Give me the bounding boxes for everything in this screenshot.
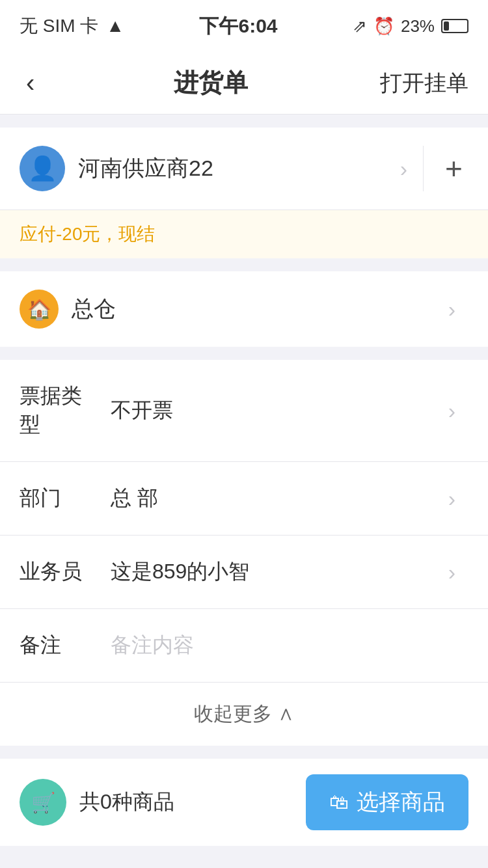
cart-icon: 🛒 (31, 791, 55, 814)
carrier-text: 无 SIM 卡 (20, 14, 98, 38)
collapse-button[interactable]: 收起更多 ∧ (0, 682, 488, 746)
battery-icon (441, 19, 468, 33)
add-supplier-button[interactable]: + (423, 146, 468, 191)
invoice-value: 不开票 (98, 396, 448, 425)
select-product-button[interactable]: 🛍 选择商品 (306, 774, 468, 830)
status-right: ⇗ ⏰ 23% (353, 16, 468, 36)
warehouse-row[interactable]: 🏠 总仓 › (0, 271, 488, 347)
product-count-text: 共0种商品 (79, 788, 306, 817)
invoice-type-row[interactable]: 票据类型 不开票 › (0, 360, 488, 462)
select-product-icon: 🛍 (329, 791, 349, 813)
department-value: 总 部 (98, 484, 448, 513)
supplier-section: 👤 河南供应商22 › + 应付-20元，现结 (0, 128, 488, 258)
sales-row[interactable]: 业务员 这是859的小智 › (0, 536, 488, 609)
department-label: 部门 (20, 484, 98, 513)
person-icon: 👤 (28, 155, 57, 182)
wifi-icon: ▲ (106, 16, 124, 36)
gap-3 (0, 347, 488, 360)
warehouse-icon: 🏠 (20, 290, 59, 329)
select-product-label: 选择商品 (357, 787, 445, 817)
sales-chevron-icon: › (448, 560, 455, 585)
nav-bar: ‹ 进货单 打开挂单 (0, 52, 488, 115)
product-icon: 🛒 (20, 779, 66, 826)
invoice-chevron-icon: › (448, 398, 455, 424)
remark-label: 备注 (20, 631, 98, 660)
gap-1 (0, 115, 488, 128)
content-area: 👤 河南供应商22 › + 应付-20元，现结 🏠 总仓 › 票据类型 不开票 (0, 115, 488, 846)
notice-bar: 应付-20元，现结 (0, 210, 488, 258)
department-chevron-icon: › (448, 486, 455, 511)
department-row[interactable]: 部门 总 部 › (0, 462, 488, 536)
chevron-right-icon: › (400, 156, 407, 182)
page-title: 进货单 (174, 66, 248, 100)
alarm-icon: ⏰ (373, 16, 394, 36)
warehouse-name: 总仓 (72, 294, 448, 324)
time-display: 下午6:04 (199, 13, 277, 40)
sales-label: 业务员 (20, 558, 98, 586)
form-section: 票据类型 不开票 › 部门 总 部 › 业务员 这是859的小智 › 备注 备注… (0, 360, 488, 746)
status-left: 无 SIM 卡 ▲ (20, 14, 124, 38)
collapse-label: 收起更多 ∧ (194, 701, 293, 727)
supplier-name: 河南供应商22 (78, 154, 400, 183)
open-pending-button[interactable]: 打开挂单 (380, 68, 468, 98)
bottom-section: 🛒 共0种商品 🛍 选择商品 (0, 759, 488, 846)
home-icon: 🏠 (27, 298, 51, 321)
warehouse-section: 🏠 总仓 › (0, 271, 488, 347)
battery-percent: 23% (401, 16, 435, 36)
warehouse-chevron-icon: › (448, 297, 455, 322)
status-bar: 无 SIM 卡 ▲ 下午6:04 ⇗ ⏰ 23% (0, 0, 488, 52)
location-icon: ⇗ (353, 16, 367, 36)
supplier-row[interactable]: 👤 河南供应商22 › + (0, 128, 488, 210)
notice-text: 应付-20元，现结 (20, 224, 155, 244)
sales-value: 这是859的小智 (98, 558, 448, 586)
supplier-avatar: 👤 (20, 146, 65, 191)
remark-row[interactable]: 备注 备注内容 (0, 609, 488, 682)
remark-input[interactable]: 备注内容 (98, 631, 468, 660)
invoice-label: 票据类型 (20, 382, 98, 439)
back-button[interactable]: ‹ (20, 62, 41, 104)
gap-2 (0, 258, 488, 271)
